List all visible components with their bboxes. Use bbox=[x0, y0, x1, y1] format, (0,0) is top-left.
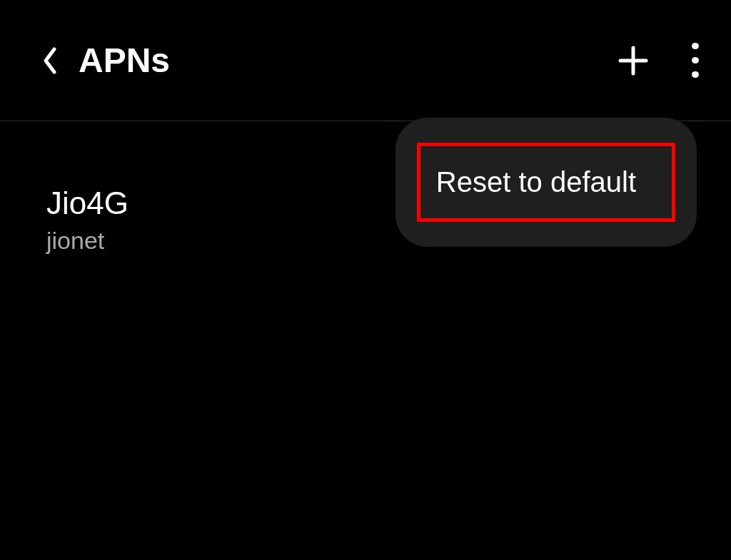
apn-subtitle-label: jionet bbox=[46, 227, 128, 255]
reset-to-default-button[interactable]: Reset to default bbox=[417, 143, 675, 222]
header: APNs bbox=[0, 0, 731, 121]
back-icon[interactable] bbox=[39, 50, 61, 71]
apn-text: Jio4G jionet bbox=[46, 185, 128, 255]
add-icon[interactable] bbox=[617, 45, 649, 76]
overflow-menu: Reset to default bbox=[395, 118, 697, 247]
apn-name-label: Jio4G bbox=[46, 185, 128, 221]
dot-icon bbox=[692, 71, 699, 78]
page-title: APNs bbox=[79, 41, 170, 80]
dot-icon bbox=[692, 43, 699, 49]
header-left: APNs bbox=[39, 41, 170, 80]
more-icon[interactable] bbox=[688, 43, 702, 78]
dot-icon bbox=[692, 57, 699, 63]
header-right bbox=[617, 43, 702, 78]
